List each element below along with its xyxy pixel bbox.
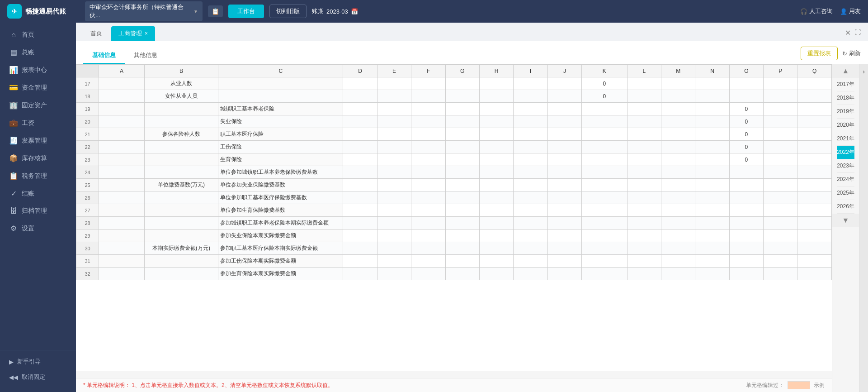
cell-18-I[interactable] [514, 90, 547, 103]
cell-32-N[interactable] [695, 268, 729, 280]
cell-21-E[interactable] [377, 128, 411, 141]
cell-19-G[interactable] [445, 103, 479, 115]
cell-31-E[interactable] [377, 255, 411, 268]
cell-31-P[interactable] [764, 255, 797, 268]
cell-26-H[interactable] [479, 191, 513, 204]
year-button[interactable]: 2023年 [837, 159, 854, 173]
cell-17-F[interactable] [411, 77, 445, 90]
cell-32-O[interactable] [729, 268, 763, 280]
cell-32-P[interactable] [764, 268, 797, 280]
cell-25-Q[interactable] [797, 179, 832, 191]
cell-26-F[interactable] [411, 191, 445, 204]
cell-20-B[interactable] [144, 115, 218, 128]
cell-18-K[interactable]: 0 [582, 90, 627, 103]
sidebar-item-assets[interactable]: 🏢 固定资产 [0, 96, 76, 114]
cell-27-F[interactable] [411, 204, 445, 217]
cell-24-L[interactable] [627, 166, 661, 179]
cell-30-H[interactable] [479, 242, 513, 255]
year-nav-up[interactable]: ▲ [832, 64, 859, 78]
cell-31-Q[interactable] [797, 255, 832, 268]
cell-30-L[interactable] [627, 242, 661, 255]
cell-26-E[interactable] [377, 191, 411, 204]
cell-29-H[interactable] [479, 229, 513, 242]
reset-report-button[interactable]: 重置报表 [801, 47, 838, 60]
cell-28-F[interactable] [411, 217, 445, 229]
sidebar-item-newbie[interactable]: ▶ 新手引导 [0, 354, 76, 369]
tab-home[interactable]: 首页 [83, 26, 109, 41]
cell-25-H[interactable] [479, 179, 513, 191]
cell-21-I[interactable] [514, 128, 547, 141]
cell-19-P[interactable] [764, 103, 797, 115]
cell-27-G[interactable] [445, 204, 479, 217]
cell-18-Q[interactable] [797, 90, 832, 103]
cell-25-I[interactable] [514, 179, 547, 191]
cell-30-A[interactable] [99, 242, 145, 255]
cell-21-P[interactable] [764, 128, 797, 141]
cell-29-L[interactable] [627, 229, 661, 242]
cell-29-F[interactable] [411, 229, 445, 242]
cell-25-B[interactable]: 单位缴费基数(万元) [144, 179, 218, 191]
cell-18-F[interactable] [411, 90, 445, 103]
cell-29-J[interactable] [547, 229, 581, 242]
cell-28-N[interactable] [695, 217, 729, 229]
cell-29-B[interactable] [144, 229, 218, 242]
sidebar-item-ledger[interactable]: ▤ 总账 [0, 43, 76, 61]
cell-25-D[interactable] [343, 179, 377, 191]
cell-19-L[interactable] [627, 103, 661, 115]
cell-31-I[interactable] [514, 255, 547, 268]
cell-22-E[interactable] [377, 141, 411, 153]
cell-20-N[interactable] [695, 115, 729, 128]
cell-22-G[interactable] [445, 141, 479, 153]
cell-30-C[interactable]: 参加职工基本医疗保险本期实际缴费金额 [218, 242, 343, 255]
sidebar-item-tax[interactable]: 📋 税务管理 [0, 167, 76, 185]
cell-28-C[interactable]: 参加城镇职工基本养老保险本期实际缴费金额 [218, 217, 343, 229]
sub-tab-basic[interactable]: 基础信息 [83, 48, 125, 64]
cell-24-A[interactable] [99, 166, 145, 179]
cell-18-M[interactable] [661, 90, 695, 103]
cell-31-K[interactable] [582, 255, 627, 268]
cell-27-P[interactable] [764, 204, 797, 217]
tab-expand-icon[interactable]: ⛶ [854, 29, 861, 37]
cell-27-C[interactable]: 单位参加生育保险缴费基数 [218, 204, 343, 217]
cell-18-A[interactable] [99, 90, 145, 103]
cell-17-L[interactable] [627, 77, 661, 90]
cell-22-L[interactable] [627, 141, 661, 153]
cell-21-K[interactable] [582, 128, 627, 141]
cell-21-G[interactable] [445, 128, 479, 141]
sidebar-item-reports[interactable]: 📊 报表中心 [0, 61, 76, 79]
cell-17-N[interactable] [695, 77, 729, 90]
cell-25-C[interactable]: 单位参加失业保险缴费基数 [218, 179, 343, 191]
cell-22-P[interactable] [764, 141, 797, 153]
cell-20-K[interactable] [582, 115, 627, 128]
cell-23-D[interactable] [343, 153, 377, 166]
cell-31-J[interactable] [547, 255, 581, 268]
cell-28-J[interactable] [547, 217, 581, 229]
cell-30-I[interactable] [514, 242, 547, 255]
cell-22-I[interactable] [514, 141, 547, 153]
cell-24-G[interactable] [445, 166, 479, 179]
cell-32-E[interactable] [377, 268, 411, 280]
cell-20-M[interactable] [661, 115, 695, 128]
cell-29-A[interactable] [99, 229, 145, 242]
cell-30-F[interactable] [411, 242, 445, 255]
right-collapse-panel[interactable]: › [859, 64, 868, 392]
cell-23-B[interactable] [144, 153, 218, 166]
year-button[interactable]: 2017年 [837, 78, 854, 91]
cell-23-M[interactable] [661, 153, 695, 166]
cell-22-M[interactable] [661, 141, 695, 153]
cell-18-E[interactable] [377, 90, 411, 103]
cell-25-E[interactable] [377, 179, 411, 191]
cell-23-A[interactable] [99, 153, 145, 166]
cell-32-D[interactable] [343, 268, 377, 280]
cell-30-E[interactable] [377, 242, 411, 255]
cell-24-M[interactable] [661, 166, 695, 179]
cell-32-C[interactable]: 参加生育保险本期实际缴费金额 [218, 268, 343, 280]
cell-23-J[interactable] [547, 153, 581, 166]
sidebar-item-inventory[interactable]: 📦 库存核算 [0, 149, 76, 167]
year-nav-down[interactable]: ▼ [832, 214, 859, 227]
cell-26-O[interactable] [729, 191, 763, 204]
cell-25-O[interactable] [729, 179, 763, 191]
cell-31-F[interactable] [411, 255, 445, 268]
cell-32-A[interactable] [99, 268, 145, 280]
cell-27-H[interactable] [479, 204, 513, 217]
